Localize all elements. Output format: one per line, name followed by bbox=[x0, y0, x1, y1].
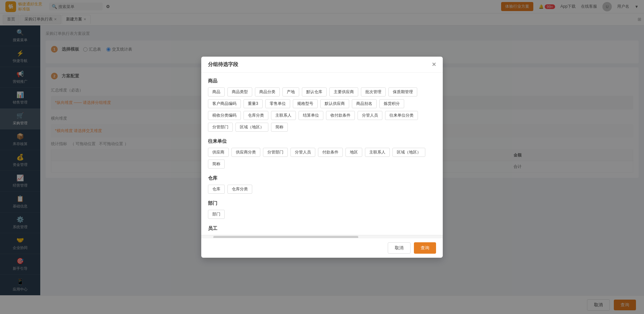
field-tag-product-14[interactable]: 炼货积分 bbox=[379, 99, 404, 108]
modal-body[interactable]: 商品 商品 商品类型 商品分类 产地 默认仓库 主要供应商 批次管理 保质期管理… bbox=[201, 73, 443, 235]
field-select-modal: 分组待选字段 ✕ 商品 商品 商品类型 商品分类 产地 默认仓库 主要供应商 批… bbox=[201, 57, 443, 258]
field-tag-counterparty-7[interactable]: 区域（地区） bbox=[392, 148, 425, 157]
field-group-product: 商品 商品 商品类型 商品分类 产地 默认仓库 主要供应商 批次管理 保质期管理… bbox=[208, 78, 436, 132]
field-group-counterparty: 往来单位 供应商 供应商分类 分管部门 分管人员 付款条件 地区 主联系人 区域… bbox=[208, 138, 436, 169]
field-tag-product-13[interactable]: 商品别名 bbox=[352, 99, 377, 108]
field-tag-product-8[interactable]: 客户商品编码 bbox=[208, 99, 241, 108]
horizontal-scrollbar[interactable] bbox=[201, 235, 443, 238]
field-group-counterparty-title: 往来单位 bbox=[208, 138, 436, 144]
field-tag-department-0[interactable]: 部门 bbox=[208, 210, 225, 219]
field-tag-product-23[interactable]: 区域（地区） bbox=[235, 123, 268, 132]
field-tag-product-10[interactable]: 零售单位 bbox=[265, 99, 290, 108]
h-scroll-thumb bbox=[213, 236, 358, 238]
field-tags-product: 商品 商品类型 商品分类 产地 默认仓库 主要供应商 批次管理 保质期管理 客户… bbox=[208, 87, 436, 132]
field-tag-counterparty-6[interactable]: 主联系人 bbox=[365, 148, 390, 157]
modal-header: 分组待选字段 ✕ bbox=[201, 57, 443, 73]
field-group-department-title: 部门 bbox=[208, 200, 436, 206]
modal-title: 分组待选字段 bbox=[208, 61, 238, 68]
modal-footer: 取消 查询 bbox=[201, 238, 443, 258]
field-tag-product-1[interactable]: 商品类型 bbox=[227, 87, 252, 97]
field-tag-product-12[interactable]: 默认供应商 bbox=[320, 99, 349, 108]
field-tag-product-24[interactable]: 简称 bbox=[271, 123, 288, 132]
field-tag-product-3[interactable]: 产地 bbox=[282, 87, 299, 97]
field-tag-product-6[interactable]: 批次管理 bbox=[361, 87, 386, 97]
field-tag-warehouse-1[interactable]: 仓库分类 bbox=[227, 185, 252, 194]
field-tag-product-2[interactable]: 商品分类 bbox=[255, 87, 280, 97]
modal-confirm-button[interactable]: 查询 bbox=[414, 242, 436, 254]
field-tag-warehouse-0[interactable]: 仓库 bbox=[208, 185, 225, 194]
field-tag-product-9[interactable]: 重量3 bbox=[244, 99, 263, 108]
field-tag-product-15[interactable]: 税收分类编码 bbox=[208, 111, 241, 120]
field-tag-product-18[interactable]: 结算单位 bbox=[299, 111, 323, 120]
field-tags-department: 部门 bbox=[208, 210, 436, 219]
field-tag-product-0[interactable]: 商品 bbox=[208, 87, 225, 97]
field-tag-product-7[interactable]: 保质期管理 bbox=[388, 87, 417, 97]
field-group-warehouse-title: 仓库 bbox=[208, 175, 436, 181]
field-tag-counterparty-2[interactable]: 分管部门 bbox=[263, 148, 288, 157]
field-tag-product-22[interactable]: 分管部门 bbox=[208, 123, 233, 132]
field-tag-product-16[interactable]: 仓库分类 bbox=[244, 111, 268, 120]
field-tag-product-11[interactable]: 规格型号 bbox=[293, 99, 318, 108]
field-tags-warehouse: 仓库 仓库分类 bbox=[208, 185, 436, 194]
field-group-warehouse: 仓库 仓库 仓库分类 bbox=[208, 175, 436, 194]
field-tag-product-5[interactable]: 主要供应商 bbox=[329, 87, 358, 97]
field-tag-counterparty-1[interactable]: 供应商分类 bbox=[231, 148, 260, 157]
field-tag-counterparty-0[interactable]: 供应商 bbox=[208, 148, 229, 157]
field-tag-counterparty-4[interactable]: 付款条件 bbox=[318, 148, 343, 157]
modal-cancel-button[interactable]: 取消 bbox=[388, 242, 411, 254]
field-tag-counterparty-8[interactable]: 简称 bbox=[208, 160, 225, 169]
field-group-department: 部门 部门 bbox=[208, 200, 436, 219]
field-tags-counterparty: 供应商 供应商分类 分管部门 分管人员 付款条件 地区 主联系人 区域（地区） … bbox=[208, 148, 436, 169]
modal-close-button[interactable]: ✕ bbox=[432, 61, 436, 68]
field-tag-counterparty-3[interactable]: 分管人员 bbox=[290, 148, 315, 157]
field-group-employee: 员工 业务员 bbox=[208, 226, 436, 235]
field-tag-product-21[interactable]: 往来单位分类 bbox=[385, 111, 418, 120]
field-tag-product-17[interactable]: 主联系人 bbox=[271, 111, 296, 120]
field-tag-counterparty-5[interactable]: 地区 bbox=[345, 148, 362, 157]
field-tag-product-20[interactable]: 分管人员 bbox=[358, 111, 382, 120]
field-group-product-title: 商品 bbox=[208, 78, 436, 84]
field-group-employee-title: 员工 bbox=[208, 226, 436, 232]
modal-overlay: 分组待选字段 ✕ 商品 商品 商品类型 商品分类 产地 默认仓库 主要供应商 批… bbox=[0, 0, 644, 314]
field-tag-product-4[interactable]: 默认仓库 bbox=[302, 87, 327, 97]
field-tag-product-19[interactable]: 收付款条件 bbox=[326, 111, 355, 120]
